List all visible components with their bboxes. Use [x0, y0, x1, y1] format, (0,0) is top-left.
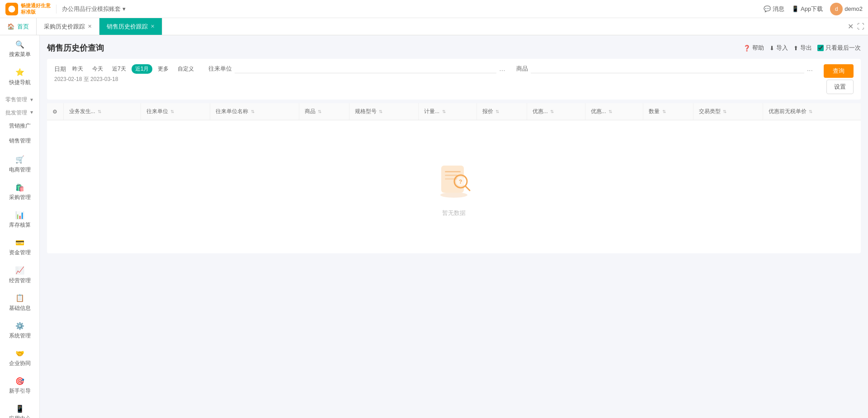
sidebar-item-app-center[interactable]: 📱 应用中心 — [0, 399, 39, 418]
basic-info-icon: 📋 — [15, 293, 24, 303]
date-btn-today[interactable]: 今天 — [89, 64, 107, 74]
table-col-gear: ⚙ — [47, 103, 63, 120]
app-center-icon: 📱 — [15, 404, 24, 414]
fullscreen-button[interactable]: ⛶ — [857, 23, 864, 31]
help-button[interactable]: ❓ 帮助 — [743, 44, 764, 52]
topbar-left: 6 畅捷通好生意 标准版 办公用品行业模拟账套 ▾ — [5, 3, 126, 15]
partner-dots-button[interactable]: ... — [499, 65, 505, 73]
page-content: 销售历史价查询 ❓ 帮助 ⬇ 导入 ⬆ 导出 — [40, 35, 868, 418]
avatar: d — [830, 3, 843, 15]
date-btn-yesterday[interactable]: 昨天 — [69, 64, 87, 74]
sidebar-item-sales-mgmt[interactable]: 销售管理 — [0, 133, 39, 148]
query-button[interactable]: 查询 — [824, 64, 854, 78]
table-col-partner-code[interactable]: 往来单位 ⇅ — [141, 103, 210, 120]
date-range-text: 2023-02-18 至 2023-03-18 — [54, 76, 198, 83]
sort-icon-goods: ⇅ — [318, 109, 321, 114]
table-col-unit[interactable]: 计量... ⇅ — [419, 103, 477, 120]
page-header: 销售历史价查询 ❓ 帮助 ⬇ 导入 ⬆ 导出 — [47, 43, 861, 53]
close-tab-sales-icon[interactable]: ✕ — [151, 24, 155, 29]
main-layout: 🔍 搜索菜单 ⭐ 快捷导航 零售管理 ▼ 批发管理 ▲ 营销推广 销售管理 🛒 … — [0, 35, 868, 418]
settings-button[interactable]: 设置 — [826, 80, 854, 94]
sidebar-item-finance-mgmt[interactable]: 💳 资金管理 — [0, 233, 39, 261]
sidebar-item-retail-mgmt[interactable]: 零售管理 ▼ — [0, 92, 39, 105]
table-col-trade-type[interactable]: 交易类型 ⇅ — [693, 103, 763, 120]
table-wrapper: ⚙ 业务发生... ⇅ 往来单位 ⇅ 往来单位名称 — [47, 103, 861, 253]
sidebar-item-basic-info[interactable]: 📋 基础信息 — [0, 289, 39, 316]
logo-text: 畅捷通好生意 标准版 — [21, 3, 51, 14]
table-col-pre-tax-price[interactable]: 优惠前无税单价 ⇅ — [763, 103, 861, 120]
date-btn-custom[interactable]: 自定义 — [174, 64, 198, 74]
table-col-discount2[interactable]: 优惠... ⇅ — [585, 103, 643, 120]
sidebar-item-quick-nav[interactable]: ⭐ 快捷导航 — [0, 63, 39, 90]
system-icon: ⚙️ — [15, 321, 24, 331]
goods-input[interactable] — [531, 64, 804, 73]
logo-area[interactable]: 6 畅捷通好生意 标准版 — [5, 3, 51, 15]
chevron-down-icon: ▼ — [29, 97, 34, 102]
close-all-tabs-button[interactable]: ✕ — [848, 22, 854, 31]
ecommerce-icon: 🛒 — [15, 155, 24, 165]
page-actions: ❓ 帮助 ⬇ 导入 ⬆ 导出 只看最后一次 — [743, 44, 861, 52]
topbar-dropdown-icon: ▾ — [123, 5, 126, 12]
topbar-right: 💬 消息 📱 App下载 d demo2 — [764, 3, 863, 15]
export-icon: ⬆ — [793, 45, 798, 52]
tab-home[interactable]: 🏠 首页 — [0, 18, 37, 35]
topbar-title[interactable]: 办公用品行业模拟账套 ▾ — [62, 5, 126, 13]
svg-rect-4 — [445, 171, 461, 172]
sidebar-item-inventory-check[interactable]: 📊 库存核算 — [0, 206, 39, 233]
goods-dots-button[interactable]: ... — [807, 65, 813, 73]
finance-icon: 💳 — [15, 238, 24, 248]
table-col-partner-name[interactable]: 往来单位名称 ⇅ — [210, 103, 299, 120]
import-icon: ⬇ — [769, 45, 774, 52]
table-col-biz-date[interactable]: 业务发生... ⇅ — [63, 103, 141, 120]
table-col-goods[interactable]: 商品 ⇅ — [299, 103, 349, 120]
sidebar-item-operations-mgmt[interactable]: 📈 经营管理 — [0, 261, 39, 289]
topbar: 6 畅捷通好生意 标准版 办公用品行业模拟账套 ▾ 💬 消息 📱 App下载 d… — [0, 0, 868, 18]
message-action[interactable]: 💬 消息 — [764, 5, 784, 13]
date-btn-more[interactable]: 更多 — [154, 64, 172, 74]
sidebar-item-marketing[interactable]: 营销推广 — [0, 119, 39, 133]
sidebar-item-purchase-mgmt[interactable]: 🛍️ 采购管理 — [0, 178, 39, 206]
partner-filter: 往来单位 ... — [208, 64, 505, 73]
only-last-checkbox-label[interactable]: 只看最后一次 — [817, 44, 861, 52]
svg-rect-5 — [445, 175, 458, 176]
only-last-checkbox[interactable] — [817, 45, 824, 51]
tab-sales-history[interactable]: 销售历史价跟踪 ✕ — [99, 18, 162, 35]
table-header: ⚙ 业务发生... ⇅ 往来单位 ⇅ 往来单位名称 — [47, 103, 861, 120]
date-btn-7days[interactable]: 近7天 — [108, 64, 130, 74]
table-col-quote-price[interactable]: 报价 ⇅ — [476, 103, 527, 120]
filter-row: 日期 昨天 今天 近7天 近1月 更多 自定义 2023-02-18 至 202… — [54, 64, 854, 94]
empty-text: 暂无数据 — [442, 209, 466, 217]
tab-purchase-history[interactable]: 采购历史价跟踪 ✕ — [37, 18, 99, 35]
home-icon: 🏠 — [7, 23, 14, 30]
tabbar-actions: ✕ ⛶ — [844, 18, 868, 35]
empty-illustration: ? — [431, 157, 476, 202]
import-button[interactable]: ⬇ 导入 — [769, 44, 788, 52]
date-btn-1month[interactable]: 近1月 — [132, 64, 153, 74]
data-table: ⚙ 业务发生... ⇅ 往来单位 ⇅ 往来单位名称 — [47, 103, 861, 120]
sidebar-item-wholesale-mgmt[interactable]: 批发管理 ▲ — [0, 105, 39, 119]
collab-icon: 🤝 — [15, 349, 24, 359]
user-profile[interactable]: d demo2 — [830, 3, 863, 15]
app-download-action[interactable]: 📱 App下载 — [792, 5, 823, 13]
help-icon: ❓ — [743, 45, 750, 52]
sort-icon-quote-price: ⇅ — [495, 109, 499, 114]
sidebar-item-newbie-guide[interactable]: 🎯 新手引导 — [0, 372, 39, 399]
table-col-spec[interactable]: 规格型号 ⇅ — [349, 103, 419, 120]
table-col-discount1[interactable]: 优惠... ⇅ — [527, 103, 585, 120]
close-tab-purchase-icon[interactable]: ✕ — [88, 24, 92, 29]
chevron-up-icon: ▲ — [29, 110, 34, 115]
gear-icon[interactable]: ⚙ — [52, 109, 57, 115]
sidebar-item-enterprise-collab[interactable]: 🤝 企业协同 — [0, 344, 39, 372]
filter-actions: 查询 设置 — [824, 64, 854, 94]
partner-input[interactable] — [235, 64, 496, 73]
sort-icon-quantity: ⇅ — [662, 109, 666, 114]
sidebar-item-system-mgmt[interactable]: ⚙️ 系统管理 — [0, 317, 39, 344]
sidebar-item-search-menu[interactable]: 🔍 搜索菜单 — [0, 35, 39, 63]
partner-filter-label: 往来单位 — [208, 65, 232, 73]
table-col-quantity[interactable]: 数量 ⇅ — [643, 103, 693, 120]
inventory-icon: 📊 — [15, 210, 24, 220]
export-button[interactable]: ⬆ 导出 — [793, 44, 812, 52]
sidebar-item-ecommerce-mgmt[interactable]: 🛒 电商管理 — [0, 150, 39, 178]
date-filter-section: 日期 昨天 今天 近7天 近1月 更多 自定义 2023-02-18 至 202… — [54, 64, 198, 83]
sort-icon-partner-code: ⇅ — [170, 109, 174, 114]
